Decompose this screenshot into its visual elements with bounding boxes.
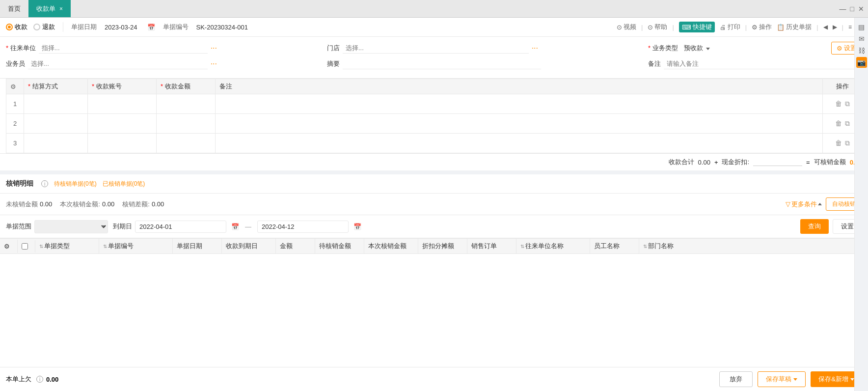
- section-divider: [0, 170, 868, 174]
- staff-more[interactable]: ···: [208, 59, 220, 68]
- help-btn[interactable]: ⊙ 帮助: [648, 23, 667, 31]
- business-type-value: 预收款: [681, 42, 706, 54]
- tab-active-label: 收款单: [36, 4, 55, 13]
- sidebar-table-icon[interactable]: ▤: [856, 22, 867, 32]
- tab-close-icon[interactable]: ×: [59, 5, 63, 12]
- unchecked-stat: 未核销金额 0.00: [6, 200, 52, 209]
- range-field: 单据范围: [6, 220, 105, 233]
- row-3-amount[interactable]: [157, 134, 216, 153]
- row-2-delete-icon[interactable]: 🗑: [835, 119, 842, 128]
- date-to-input[interactable]: [257, 221, 349, 233]
- range-select[interactable]: [34, 220, 108, 233]
- row-1-remark[interactable]: [216, 94, 823, 114]
- tab-home-label: 首页: [8, 4, 21, 13]
- row-3-delete-icon[interactable]: 🗑: [835, 139, 842, 147]
- store-more[interactable]: ···: [529, 44, 541, 53]
- discount-label: 现金折扣:: [722, 158, 749, 167]
- radio-tui[interactable]: 退款: [33, 23, 55, 31]
- row-3-settle[interactable]: [24, 134, 88, 153]
- discount-input[interactable]: [753, 158, 802, 166]
- date-calendar-icon-from[interactable]: 📅: [231, 223, 239, 230]
- tab-home[interactable]: 首页: [0, 0, 28, 17]
- operation-btn[interactable]: ⚙ 操作: [752, 23, 772, 31]
- restore-icon[interactable]: □: [850, 5, 854, 13]
- bottom-col-type[interactable]: ⇅ 单据类型: [35, 239, 99, 253]
- more-conditions-btn[interactable]: ▽ 更多条件: [786, 200, 822, 209]
- settings-gear-icon: ⚙: [837, 45, 842, 52]
- counterpart-more[interactable]: ···: [208, 44, 220, 53]
- col-number-label: 单据编号: [108, 242, 134, 251]
- tab-active[interactable]: 收款单 ×: [28, 0, 71, 17]
- hexiao-section: 核销明细 i 待核销单据(0笔) 已核销单据(0笔) 未核销金额 0.00 本次…: [0, 174, 868, 367]
- row-3-copy-icon[interactable]: ⧉: [845, 139, 850, 147]
- business-type-arrow[interactable]: [706, 45, 710, 52]
- sidebar-link-icon[interactable]: ⛓: [856, 45, 867, 56]
- top-toolbar: 收款 退款 单据日期 2023-03-24 📅 单据编号 SK-20230324…: [0, 18, 868, 37]
- prev-label: 本单上欠: [6, 375, 31, 384]
- store-input[interactable]: [343, 43, 529, 54]
- col-discount-label: 折扣分摊额: [422, 242, 454, 251]
- row-2-copy-icon[interactable]: ⧉: [845, 119, 850, 128]
- table-gear-icon[interactable]: ⚙: [10, 83, 16, 90]
- store-field: 门店 ···: [327, 43, 541, 54]
- nav-next-btn[interactable]: ▶: [833, 24, 837, 30]
- sidebar-mail-icon[interactable]: ✉: [856, 33, 867, 44]
- history-btn[interactable]: 📋 历史单据: [777, 23, 812, 31]
- available-label: 可核销金额: [814, 158, 846, 167]
- row-1-account[interactable]: [88, 94, 157, 114]
- abandon-button[interactable]: 放弃: [719, 371, 753, 387]
- row-1-delete-icon[interactable]: 🗑: [835, 100, 842, 108]
- bottom-gear-icon[interactable]: ⚙: [4, 243, 10, 250]
- bottom-col-dept[interactable]: ⇅ 部门名称: [639, 239, 868, 253]
- bottom-col-number[interactable]: ⇅ 单据编号: [99, 239, 173, 253]
- row-1-settle[interactable]: [24, 94, 88, 114]
- row-2-account[interactable]: [88, 114, 157, 134]
- remark-input[interactable]: [664, 58, 862, 69]
- sidebar-camera-icon[interactable]: 📷: [856, 57, 867, 68]
- date-calendar-icon-to[interactable]: 📅: [353, 223, 361, 230]
- row-3-account[interactable]: [88, 134, 157, 153]
- row-2-amount[interactable]: [157, 114, 216, 134]
- prev-info-icon[interactable]: i: [36, 376, 43, 383]
- query-button[interactable]: 查询: [800, 219, 829, 234]
- calc-row: 收款合计 0.00 + 现金折扣: = 可核销金额 0.00: [0, 153, 868, 170]
- row-2-settle[interactable]: [24, 114, 88, 134]
- layout-btn[interactable]: ≡: [848, 24, 852, 30]
- date-from-input[interactable]: [135, 221, 226, 233]
- history-label: 历史单据: [786, 23, 812, 31]
- business-type-field: 业务类型 预收款 ⚙ 设置: [648, 42, 862, 55]
- close-window-icon[interactable]: ✕: [858, 5, 864, 13]
- save-draft-button[interactable]: 保存草稿: [758, 371, 806, 387]
- bottom-col-counterpart[interactable]: ⇅ 往来单位名称: [516, 239, 590, 253]
- staff-input[interactable]: [28, 58, 208, 69]
- col-gear: ⚙: [6, 79, 24, 94]
- date-picker-icon[interactable]: 📅: [147, 24, 155, 31]
- hexiao-pending-tab[interactable]: 待核销单据(0笔): [54, 180, 97, 188]
- minimize-icon[interactable]: —: [840, 5, 846, 13]
- remark-field: 备注: [648, 58, 862, 69]
- counterpart-input[interactable]: [39, 43, 208, 54]
- store-label: 门店: [327, 44, 343, 53]
- main-table-area: ⚙ 结算方式 收款账号 收款金额 备注 操作: [0, 79, 868, 153]
- hexiao-title: 核销明细: [6, 179, 33, 188]
- row-3-remark[interactable]: [216, 134, 823, 153]
- hexiao-done-tab[interactable]: 已核销单据(0笔): [103, 180, 145, 188]
- radio-shou[interactable]: 收款: [6, 23, 27, 31]
- counterpart-field: 往来单位 ···: [6, 43, 220, 54]
- sort-icon-number: ⇅: [103, 244, 107, 249]
- row-1-num: 1: [6, 94, 24, 114]
- calc-equals: =: [806, 159, 810, 166]
- row-3-num: 3: [6, 134, 24, 153]
- select-all-checkbox[interactable]: [22, 243, 28, 250]
- row-1-amount[interactable]: [157, 94, 216, 114]
- bottom-col-discount: 折扣分摊额: [418, 239, 467, 253]
- col-operation-label: 操作: [836, 83, 849, 90]
- summary-input[interactable]: [343, 58, 541, 69]
- print-btn[interactable]: 🖨 打印: [720, 23, 740, 31]
- hexiao-info-icon[interactable]: i: [41, 180, 48, 187]
- shortcut-btn[interactable]: ⌨ 快捷键: [679, 22, 715, 32]
- video-btn[interactable]: ⊙ 视频: [617, 23, 636, 31]
- nav-prev-btn[interactable]: ◀: [823, 24, 828, 30]
- row-1-copy-icon[interactable]: ⧉: [845, 100, 850, 108]
- row-2-remark[interactable]: [216, 114, 823, 134]
